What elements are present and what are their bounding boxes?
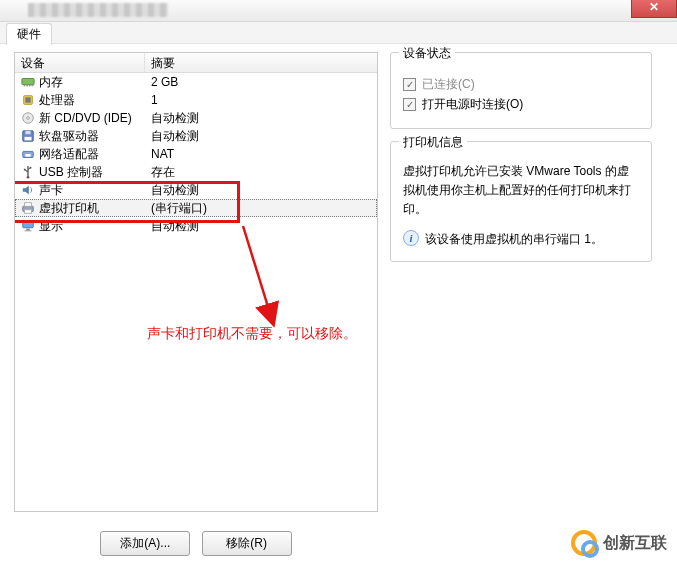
col-device: 设备 [15,53,145,72]
svg-rect-0 [22,79,34,85]
hardware-row[interactable]: 显示自动检测 [15,217,377,235]
hardware-row[interactable]: 网络适配器NAT [15,145,377,163]
info-icon: i [403,230,419,246]
svg-rect-6 [25,97,30,102]
svg-rect-13 [25,154,30,157]
device-name: 新 CD/DVD (IDE) [39,109,132,127]
hardware-row[interactable]: USB 控制器存在 [15,163,377,181]
device-summary: 自动检测 [145,127,377,145]
hardware-list: 设备 摘要 内存2 GB处理器1新 CD/DVD (IDE)自动检测软盘驱动器自… [14,52,378,512]
device-name: USB 控制器 [39,163,103,181]
checkbox-label: 打开电源时连接(O) [422,96,523,113]
brand-logo: 创新互联 [571,530,667,556]
device-summary: (串行端口) [145,199,377,217]
checkbox-icon: ✓ [403,98,416,111]
floppy-icon [21,129,35,143]
svg-rect-21 [26,229,30,231]
usb-icon [21,165,35,179]
svg-rect-10 [25,131,30,135]
svg-point-8 [27,117,30,120]
checkbox-connected: ✓ 已连接(C) [403,76,639,93]
device-summary: 存在 [145,163,377,181]
printer-desc: 虚拟打印机允许已安装 VMware Tools 的虚拟机使用你主机上配置好的任何… [403,162,639,220]
brand-text: 创新互联 [603,533,667,554]
svg-rect-2 [26,85,28,87]
svg-rect-4 [32,85,34,87]
hardware-row[interactable]: 虚拟打印机(串行端口) [15,199,377,217]
device-name: 内存 [39,73,63,91]
svg-point-15 [30,167,32,169]
hardware-row[interactable]: 新 CD/DVD (IDE)自动检测 [15,109,377,127]
group-printer-info: 打印机信息 虚拟打印机允许已安装 VMware Tools 的虚拟机使用你主机上… [390,141,652,262]
close-window-button[interactable]: ✕ [631,0,677,18]
svg-line-23 [243,226,273,323]
group-title: 设备状态 [399,45,455,62]
col-summary: 摘要 [145,53,377,72]
blurred-title [28,3,168,17]
printer-icon [21,201,35,215]
device-name: 网络适配器 [39,145,99,163]
sound-icon [21,183,35,197]
device-name: 软盘驱动器 [39,127,99,145]
svg-rect-3 [29,85,31,87]
cpu-icon [21,93,35,107]
device-name: 处理器 [39,91,75,109]
group-device-status: 设备状态 ✓ 已连接(C) ✓ 打开电源时连接(O) [390,52,652,129]
checkbox-connect-on-poweron[interactable]: ✓ 打开电源时连接(O) [403,96,639,113]
annotation-text: 声卡和打印机不需要，可以移除。 [147,325,357,343]
device-summary: 自动检测 [145,217,377,235]
remove-button[interactable]: 移除(R) [202,531,292,556]
brand-mark-icon [571,530,597,556]
hardware-list-header: 设备 摘要 [15,53,377,73]
window-titlebar: ✕ [0,0,677,22]
checkbox-icon: ✓ [403,78,416,91]
svg-rect-11 [25,137,32,141]
svg-rect-1 [24,85,26,87]
hardware-row[interactable]: 内存2 GB [15,73,377,91]
checkbox-label: 已连接(C) [422,76,475,93]
tab-hardware[interactable]: 硬件 [6,23,52,45]
disc-icon [21,111,35,125]
device-name: 声卡 [39,181,63,199]
svg-rect-18 [25,203,32,207]
svg-rect-19 [25,210,32,214]
tab-bar: 硬件 [0,22,677,44]
hardware-row[interactable]: 软盘驱动器自动检测 [15,127,377,145]
device-summary: 1 [145,91,377,109]
memory-icon [21,75,35,89]
nic-icon [21,147,35,161]
device-name: 虚拟打印机 [39,199,99,217]
device-summary: 自动检测 [145,109,377,127]
device-summary: 2 GB [145,73,377,91]
device-name: 显示 [39,217,63,235]
hardware-row[interactable]: 处理器1 [15,91,377,109]
printer-note: 该设备使用虚拟机的串行端口 1。 [425,230,603,249]
svg-rect-16 [24,169,26,171]
svg-rect-22 [25,230,32,231]
add-button[interactable]: 添加(A)... [100,531,190,556]
group-title: 打印机信息 [399,134,467,151]
hardware-row[interactable]: 声卡自动检测 [15,181,377,199]
device-summary: NAT [145,145,377,163]
device-summary: 自动检测 [145,181,377,199]
svg-point-14 [27,176,30,179]
display-icon [21,219,35,233]
svg-rect-20 [23,221,34,228]
